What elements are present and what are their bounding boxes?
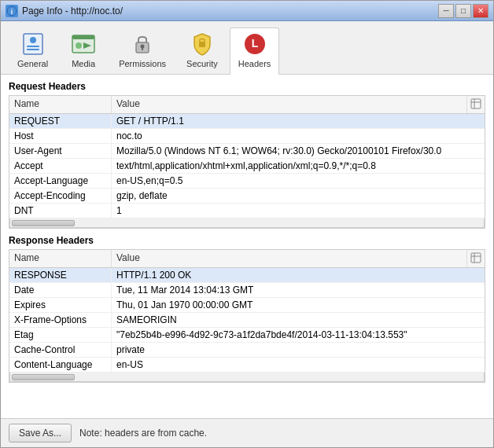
res-row-name: Cache-Control [9, 343, 112, 357]
table-row: Accept-Language en-US,en;q=0.5 [9, 174, 485, 189]
request-headers-body[interactable]: REQUEST GET / HTTP/1.1 Host noc.to User-… [9, 114, 485, 218]
table-row: Cache-Control private [9, 343, 485, 358]
tab-permissions[interactable]: Permissions [110, 28, 175, 74]
req-row-value: noc.to [112, 129, 485, 143]
table-row: Accept text/html,application/xhtml+xml,a… [9, 159, 485, 174]
svg-point-8 [76, 42, 82, 49]
table-row: RESPONSE HTTP/1.1 200 OK [9, 268, 485, 283]
response-headers-title: Response Headers [9, 235, 485, 246]
table-row: Accept-Encoding gzip, deflate [9, 189, 485, 204]
request-headers-header: Name Value [9, 96, 485, 114]
req-hscroll-thumb[interactable] [12, 220, 75, 226]
svg-rect-2 [24, 34, 42, 54]
close-button[interactable]: ✕ [473, 4, 488, 18]
main-content: Request Headers Name Value REQ [1, 75, 493, 418]
permissions-icon [130, 31, 155, 57]
footer-note: Note: headers are from cache. [79, 428, 207, 439]
titlebar-buttons: ─ □ ✕ [438, 4, 488, 18]
req-row-value: text/html,application/xhtml+xml,applicat… [112, 159, 485, 173]
tab-security[interactable]: Security [178, 28, 227, 74]
toolbar: General Media [1, 21, 493, 75]
response-headers-header: Name Value [9, 250, 485, 268]
general-icon [20, 31, 46, 57]
req-row-name: REQUEST [9, 114, 112, 128]
svg-rect-19 [471, 253, 481, 263]
res-row-name: RESPONSE [9, 268, 112, 282]
svg-rect-5 [27, 49, 39, 50]
res-row-value: Thu, 01 Jan 1970 00:00:00 GMT [112, 298, 485, 312]
table-row: Content-Language en-US [9, 358, 485, 373]
request-headers-section: Request Headers Name Value REQ [9, 81, 485, 229]
req-row-name: User-Agent [9, 144, 112, 158]
req-row-value: 1 [112, 204, 485, 218]
request-headers-title: Request Headers [9, 81, 485, 92]
req-row-value: gzip, deflate [112, 189, 485, 203]
tab-media[interactable]: Media [60, 28, 107, 74]
req-hscrollbar[interactable] [9, 218, 485, 228]
req-row-value: GET / HTTP/1.1 [112, 114, 485, 128]
headers-icon: L [242, 31, 267, 57]
res-row-value: en-US [112, 358, 485, 372]
res-header-icon [467, 250, 485, 267]
res-row-name: Etag [9, 328, 112, 342]
table-row: Etag "7eb25b4b-e996-4d92-9c73-a1f2da7bde… [9, 328, 485, 343]
response-headers-body[interactable]: RESPONSE HTTP/1.1 200 OK Date Tue, 11 Ma… [9, 268, 485, 373]
req-row-name: Accept-Language [9, 174, 112, 188]
save-as-button[interactable]: Save As... [9, 424, 72, 442]
res-row-value: "7eb25b4b-e996-4d92-9c73-a1f2da7bde4f/20… [112, 328, 485, 342]
res-row-value: HTTP/1.1 200 OK [112, 268, 485, 282]
req-row-value: en-US,en;q=0.5 [112, 174, 485, 188]
req-value-header: Value [112, 96, 467, 113]
tab-general[interactable]: General [9, 28, 57, 74]
req-row-name: Accept-Encoding [9, 189, 112, 203]
media-icon [71, 31, 96, 57]
req-header-icon [467, 96, 485, 113]
titlebar: i Page Info - http://noc.to/ ─ □ ✕ [1, 1, 493, 21]
res-row-value: SAMEORIGIN [112, 313, 485, 327]
res-row-name: Content-Language [9, 358, 112, 372]
table-row: DNT 1 [9, 204, 485, 218]
table-row: X-Frame-Options SAMEORIGIN [9, 313, 485, 328]
tab-headers-label: Headers [238, 59, 271, 68]
svg-point-3 [30, 37, 36, 43]
tab-headers[interactable]: L Headers [230, 28, 280, 75]
tab-general-label: General [17, 59, 48, 68]
table-row: Expires Thu, 01 Jan 1970 00:00:00 GMT [9, 298, 485, 313]
table-row: Date Tue, 11 Mar 2014 13:04:13 GMT [9, 283, 485, 298]
footer: Save As... Note: headers are from cache. [1, 418, 493, 447]
svg-rect-16 [471, 99, 481, 108]
response-headers-section: Response Headers Name Value RE [9, 235, 485, 383]
response-headers-table: Name Value RESPONSE HTTP/1.1 200 OK [9, 249, 485, 383]
res-name-header: Name [9, 250, 112, 267]
res-row-value: private [112, 343, 485, 357]
svg-rect-4 [27, 46, 39, 47]
request-headers-table: Name Value REQUEST GET / HTTP/1.1 [9, 95, 485, 229]
res-row-value: Tue, 11 Mar 2014 13:04:13 GMT [112, 283, 485, 297]
req-row-value: Mozilla/5.0 (Windows NT 6.1; WOW64; rv:3… [112, 144, 485, 158]
tab-security-label: Security [186, 59, 218, 68]
window-icon: i [6, 5, 18, 17]
res-hscrollbar[interactable] [9, 373, 485, 382]
req-row-name: Accept [9, 159, 112, 173]
res-row-name: Date [9, 283, 112, 297]
res-hscroll-thumb[interactable] [12, 374, 75, 380]
req-name-header: Name [9, 96, 112, 113]
svg-rect-13 [199, 42, 205, 47]
req-row-name: DNT [9, 204, 112, 218]
res-row-name: Expires [9, 298, 112, 312]
table-row: REQUEST GET / HTTP/1.1 [9, 114, 485, 129]
minimize-button[interactable]: ─ [438, 4, 454, 18]
svg-rect-12 [142, 47, 143, 50]
tab-media-label: Media [72, 59, 95, 68]
res-row-name: X-Frame-Options [9, 313, 112, 327]
maximize-button[interactable]: □ [455, 4, 471, 18]
window-title: Page Info - http://noc.to/ [22, 6, 438, 17]
window: i Page Info - http://noc.to/ ─ □ ✕ Gener… [0, 0, 494, 448]
svg-text:i: i [11, 8, 13, 16]
res-value-header: Value [112, 250, 467, 267]
svg-rect-7 [72, 35, 94, 39]
tab-permissions-label: Permissions [119, 59, 166, 68]
security-icon [190, 31, 215, 57]
req-row-name: Host [9, 129, 112, 143]
table-row: User-Agent Mozilla/5.0 (Windows NT 6.1; … [9, 144, 485, 159]
